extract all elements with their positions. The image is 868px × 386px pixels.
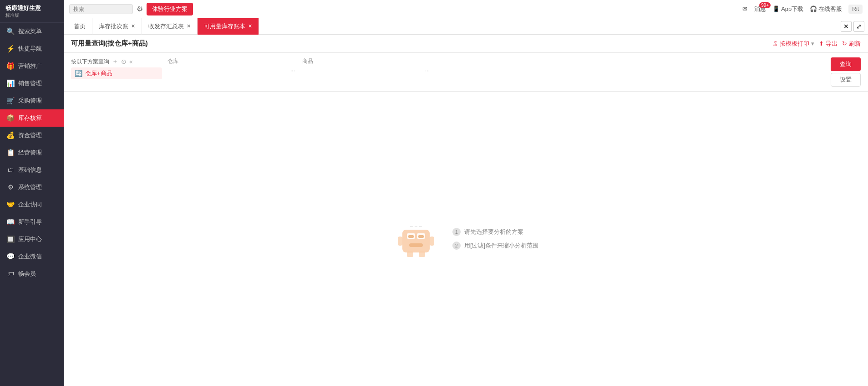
- tip-text-2: 用[过滤]条件来缩小分析范围: [464, 242, 538, 250]
- chevron-down-icon: ▾: [811, 40, 814, 47]
- app-download-label: App下载: [781, 5, 803, 13]
- sidebar-label-purchase: 采购管理: [18, 97, 42, 105]
- sidebar-icon-quick-nav: ⚡: [6, 45, 15, 53]
- svg-rect-9: [419, 252, 425, 257]
- print-btn[interactable]: 🖨 按模板打印 ▾: [772, 40, 814, 48]
- sidebar-item-finance[interactable]: 💰 资金管理: [0, 127, 64, 144]
- search-input[interactable]: [69, 4, 133, 14]
- sidebar-item-inventory[interactable]: 📦 库存核算: [0, 109, 64, 127]
- sidebar-label-member: 畅会员: [18, 270, 36, 278]
- sidebar-item-wechat[interactable]: 💬 企业微信: [0, 248, 64, 265]
- sidebar-item-system[interactable]: ⚙ 系统管理: [0, 179, 64, 196]
- sidebar-icon-sales: 📊: [6, 79, 15, 87]
- sidebar-item-sales[interactable]: 📊 销售管理: [0, 75, 64, 92]
- page-header-actions: 🖨 按模板打印 ▾ ⬆ 导出 ↻ 刷新: [772, 40, 861, 48]
- warehouse-input-wrap: ···: [168, 67, 295, 75]
- industry-btn[interactable]: 体验行业方案: [147, 3, 193, 15]
- online-service-btn[interactable]: 🎧 在线客服: [810, 5, 842, 13]
- svg-rect-5: [409, 243, 423, 247]
- sidebar-item-quick-nav[interactable]: ⚡ 快捷导航: [0, 40, 64, 57]
- sidebar-icon-enterprise: 🤝: [6, 201, 15, 209]
- sidebar-icon-marketing: 🎁: [6, 62, 15, 70]
- refresh-label: 刷新: [849, 40, 861, 48]
- tab-available[interactable]: 可用量库存账本 ✕: [198, 18, 259, 35]
- sidebar-label-inventory: 库存核算: [18, 114, 42, 122]
- sidebar-item-operations[interactable]: 📋 经营管理: [0, 144, 64, 161]
- sidebar-label-quick-nav: 快捷导航: [18, 45, 42, 53]
- sidebar-label-guide: 新手引导: [18, 218, 42, 226]
- sidebar-label-marketing: 营销推广: [18, 62, 42, 70]
- headset-icon: 🎧: [810, 5, 817, 12]
- sidebar-item-guide[interactable]: 📖 新手引导: [0, 213, 64, 231]
- sidebar-label-enterprise: 企业协同: [18, 201, 42, 209]
- tabs-actions: ✕ ⤢: [841, 21, 864, 32]
- svg-rect-8: [407, 252, 413, 257]
- collapse-btn[interactable]: «: [129, 58, 133, 65]
- empty-tip-2: 2 用[过滤]条件来缩小分析范围: [452, 242, 538, 250]
- empty-state: ～～～ 1 请先选择要分析的方案 2 用[过滤]条件来缩小分析范围: [64, 92, 868, 386]
- scheme-label: 仓库+商品: [85, 69, 112, 77]
- app-download-btn[interactable]: 📱 App下载: [772, 5, 803, 13]
- tab-summary[interactable]: 收发存汇总表 ✕: [142, 18, 198, 35]
- sidebar-item-marketing[interactable]: 🎁 营销推广: [0, 57, 64, 75]
- export-label: 导出: [826, 40, 838, 48]
- user-name: Rit: [852, 6, 859, 12]
- message-btn[interactable]: ✉ 99+ 消息: [742, 5, 766, 13]
- sidebar-item-enterprise[interactable]: 🤝 企业协同: [0, 196, 64, 213]
- sidebar-label-finance: 资金管理: [18, 131, 42, 139]
- tab-home-label: 首页: [74, 22, 86, 31]
- tab-batch-close[interactable]: ✕: [131, 24, 135, 29]
- settings-icon[interactable]: ⚙: [137, 5, 143, 13]
- page-header: 可用量查询(按仓库+商品) 🖨 按模板打印 ▾ ⬆ 导出 ↻ 刷新: [64, 35, 868, 53]
- scheme-settings-btn[interactable]: ⊙: [121, 58, 127, 65]
- tab-home[interactable]: 首页: [67, 18, 92, 35]
- sidebar-logo: 畅康通好生意 标准版: [0, 0, 64, 23]
- warehouse-input[interactable]: [168, 67, 289, 74]
- sidebar-item-member[interactable]: 🏷 畅会员: [0, 265, 64, 283]
- sidebar-icon-wechat: 💬: [6, 252, 15, 261]
- refresh-btn[interactable]: ↻ 刷新: [842, 40, 861, 48]
- print-label: 按模板打印: [780, 40, 809, 48]
- sidebar-icon-system: ⚙: [6, 183, 15, 191]
- warehouse-label: 仓库: [168, 57, 295, 65]
- warehouse-more-btn[interactable]: ···: [290, 67, 295, 74]
- settings-only-btn[interactable]: 设置: [831, 73, 861, 87]
- user-area[interactable]: Rit: [848, 5, 863, 14]
- sidebar: 畅康通好生意 标准版 🔍 搜索菜单 ⚡ 快捷导航 🎁 营销推广 📊 销售管理 🛒…: [0, 0, 64, 386]
- svg-rect-3: [408, 235, 414, 238]
- svg-rect-4: [418, 235, 424, 238]
- sidebar-icon-search: 🔍: [6, 27, 15, 36]
- scheme-item-warehouse-product[interactable]: 🔄 仓库+商品: [71, 67, 162, 79]
- sidebar-item-app-center[interactable]: 🔲 应用中心: [0, 231, 64, 248]
- tab-summary-close[interactable]: ✕: [187, 24, 191, 29]
- tab-available-label: 可用量库存账本: [204, 22, 245, 31]
- svg-rect-6: [398, 237, 402, 246]
- topbar-right: ✉ 99+ 消息 📱 App下载 🎧 在线客服 Rit: [742, 5, 863, 14]
- empty-tip-1: 1 请先选择要分析的方案: [452, 228, 538, 236]
- scheme-label-row: 按以下方案查询 ＋ ⊙ «: [71, 57, 162, 66]
- filter-product-field: 商品 ···: [302, 57, 430, 75]
- sidebar-item-purchase[interactable]: 🛒 采购管理: [0, 92, 64, 109]
- query-btn[interactable]: 查询: [831, 57, 861, 71]
- sidebar-icon-purchase: 🛒: [6, 97, 15, 105]
- add-scheme-btn[interactable]: ＋: [112, 57, 118, 66]
- sidebar-icon-inventory: 📦: [6, 114, 15, 122]
- tip-num-1: 1: [452, 228, 461, 236]
- export-btn[interactable]: ⬆ 导出: [819, 40, 838, 48]
- tabs-bar: 首页 库存批次账 ✕ 收发存汇总表 ✕ 可用量库存账本 ✕ ✕ ⤢: [64, 18, 868, 35]
- tab-close-all-btn[interactable]: ✕: [841, 21, 852, 32]
- product-input[interactable]: [302, 67, 423, 74]
- filter-area: 按以下方案查询 ＋ ⊙ « 🔄 仓库+商品 仓库 ···: [64, 53, 868, 92]
- tab-batch[interactable]: 库存批次账 ✕: [92, 18, 142, 35]
- topbar: ⚙ 体验行业方案 ✉ 99+ 消息 📱 App下载 🎧 在线客服 Rit: [64, 0, 868, 18]
- product-more-btn[interactable]: ···: [425, 67, 430, 74]
- sidebar-label-app-center: 应用中心: [18, 235, 42, 243]
- tab-expand-btn[interactable]: ⤢: [853, 21, 864, 32]
- empty-illustration: ～～～: [393, 216, 439, 262]
- app-subtitle: 标准版: [5, 12, 58, 19]
- sidebar-item-basic-info[interactable]: 🗂 基础信息: [0, 161, 64, 179]
- tab-available-close[interactable]: ✕: [248, 24, 252, 29]
- sidebar-label-operations: 经营管理: [18, 149, 42, 157]
- sidebar-icon-member: 🏷: [6, 270, 15, 278]
- sidebar-item-search[interactable]: 🔍 搜索菜单: [0, 23, 64, 40]
